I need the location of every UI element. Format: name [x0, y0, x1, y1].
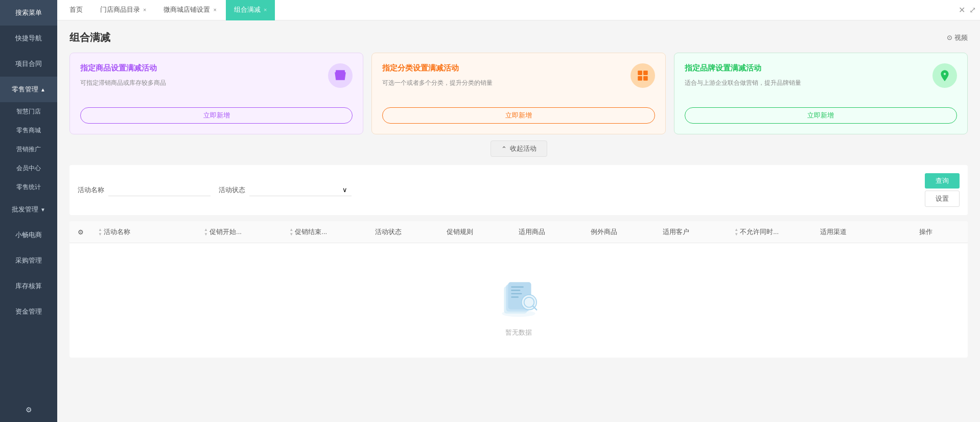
video-link[interactable]: ⊙ 视频 [947, 33, 968, 42]
svg-rect-2 [638, 76, 642, 81]
page-header: 组合满减 ⊙ 视频 [69, 31, 968, 44]
sidebar-item-label: 项目合同 [15, 60, 42, 67]
category-activity-card: 指定分类设置满减活动 可选一个或者多个分类，提升分类的销量 立即新增 [371, 53, 665, 134]
sidebar-item-purchase-mgmt[interactable]: 采购管理 [0, 248, 57, 273]
sidebar-item-label: 资金管理 [15, 308, 42, 315]
table-col-gear[interactable]: ⚙ [78, 228, 94, 236]
activity-status-select[interactable]: ∨ [249, 184, 352, 196]
sidebar-item-search-menu[interactable]: 搜索菜单 [0, 0, 57, 26]
svg-rect-3 [643, 76, 648, 81]
svg-rect-14 [511, 296, 519, 297]
goods-card-desc: 可指定滞销商品或库存较多商品 [80, 78, 353, 88]
collapse-icon: ⌃ [501, 145, 507, 153]
tab-combo-discount[interactable]: 组合满减 × [226, 0, 275, 20]
activity-name-label: 活动名称 [78, 185, 104, 195]
sidebar-item-label: 营销推广 [16, 146, 41, 153]
tab-label: 门店商品目录 [100, 5, 140, 14]
maximize-icon[interactable]: ⤢ [969, 5, 976, 15]
sidebar-item-retail-mall[interactable]: 零售商城 [0, 121, 57, 140]
sidebar-item-project-contract[interactable]: 项目合同 [0, 51, 57, 77]
sidebar-item-label: 批发管理 [12, 205, 38, 214]
goods-card-icon [328, 63, 353, 88]
sidebar-item-member-center[interactable]: 会员中心 [0, 159, 57, 178]
table-col-customer: 适用客户 [663, 227, 731, 237]
table-col-action: 操作 [892, 227, 960, 237]
chevron-down-icon: ∨ [342, 186, 347, 194]
table-col-status: 活动状态 [375, 227, 443, 237]
sidebar-settings-icon[interactable]: ⚙ [0, 397, 57, 422]
sidebar-item-marketing[interactable]: 营销推广 [0, 140, 57, 159]
tab-home[interactable]: 首页 [61, 0, 91, 20]
sidebar-item-label: 采购管理 [15, 256, 42, 264]
sidebar-item-label: 智慧门店 [16, 108, 41, 115]
sidebar-item-ecommerce[interactable]: 小畅电商 [0, 222, 57, 248]
search-bar: 活动名称 活动状态 ∨ 查询 设置 [69, 165, 968, 215]
sidebar-item-inventory[interactable]: 库存核算 [0, 273, 57, 299]
tab-wechat-store-settings[interactable]: 微商城店铺设置 × [155, 0, 224, 20]
sidebar-item-retail-stats[interactable]: 零售统计 [0, 178, 57, 197]
category-card-title: 指定分类设置满减活动 [382, 63, 655, 73]
gear-icon: ⚙ [78, 228, 84, 236]
sort-icons[interactable]: ▲▼ [204, 227, 208, 237]
collapse-btn[interactable]: ⌃ 收起活动 [491, 140, 547, 157]
table-col-no-dup: ▲▼ 不允许同时... [734, 227, 815, 237]
window-controls: ✕ ⤢ [959, 5, 976, 15]
goods-activity-card: 指定商品设置满减活动 可指定滞销商品或库存较多商品 立即新增 [69, 53, 363, 134]
sidebar-item-retail-mgmt[interactable]: 零售管理 ▲ [0, 77, 57, 102]
sidebar: 搜索菜单 快捷导航 项目合同 零售管理 ▲ 智慧门店 零售商城 营销推广 会员中… [0, 0, 57, 422]
category-card-icon [631, 63, 655, 88]
sidebar-item-label: 零售管理 [12, 85, 38, 94]
collapse-bar: ⌃ 收起活动 [69, 140, 968, 157]
sidebar-item-label: 零售统计 [16, 183, 41, 191]
chevron-down-icon: ▼ [40, 207, 45, 213]
goods-card-btn[interactable]: 立即新增 [80, 107, 353, 124]
table-col-promo-start: ▲▼ 促销开始... [204, 227, 285, 237]
sidebar-item-finance-mgmt[interactable]: 资金管理 [0, 299, 57, 324]
brand-activity-card: 指定品牌设置满减活动 适合与上游企业联合做营销，提升品牌销量 立即新增 [674, 53, 968, 134]
chevron-up-icon: ▲ [40, 87, 45, 92]
main-area: 首页 门店商品目录 × 微商城店铺设置 × 组合满减 × ✕ ⤢ 组合满减 ⊙ … [57, 0, 980, 422]
brand-card-icon [932, 63, 957, 88]
brand-card-title: 指定品牌设置满减活动 [685, 63, 957, 73]
tab-label: 组合满减 [234, 5, 261, 14]
table-col-goods: 适用商品 [519, 227, 587, 237]
empty-text: 暂无数据 [505, 328, 532, 337]
svg-rect-13 [511, 293, 522, 294]
brand-card-desc: 适合与上游企业联合做营销，提升品牌销量 [685, 78, 957, 88]
close-icon[interactable]: ✕ [959, 5, 965, 15]
sort-icons[interactable]: ▲▼ [98, 227, 102, 237]
sidebar-item-wholesale-mgmt[interactable]: 批发管理 ▼ [0, 197, 57, 222]
tab-label: 微商城店铺设置 [164, 5, 210, 14]
activity-status-label: 活动状态 [219, 185, 245, 195]
activity-name-input[interactable] [108, 184, 211, 196]
gear-icon: ⚙ [26, 406, 32, 414]
sidebar-item-label: 库存核算 [15, 282, 42, 290]
sort-icons[interactable]: ▲▼ [734, 227, 738, 237]
activity-cards: 指定商品设置满减活动 可指定滞销商品或库存较多商品 立即新增 指定分类设置满减活… [69, 53, 968, 134]
search-buttons: 查询 设置 [925, 173, 960, 207]
settings-button[interactable]: 设置 [925, 191, 960, 207]
category-card-btn[interactable]: 立即新增 [382, 107, 655, 124]
sidebar-item-label: 会员中心 [16, 165, 41, 172]
play-icon: ⊙ [947, 34, 952, 41]
activity-status-field: 活动状态 ∨ [219, 184, 352, 196]
category-card-desc: 可选一个或者多个分类，提升分类的销量 [382, 78, 655, 88]
svg-rect-12 [511, 290, 520, 291]
sidebar-item-label: 小畅电商 [15, 231, 42, 239]
brand-card-btn[interactable]: 立即新增 [685, 107, 957, 124]
goods-card-title: 指定商品设置满减活动 [80, 63, 353, 73]
sort-icons[interactable]: ▲▼ [289, 227, 293, 237]
content-area: 组合满减 ⊙ 视频 指定商品设置满减活动 可指定滞销商品或库存较多商品 [57, 20, 980, 422]
table-col-name: ▲▼ 活动名称 [98, 227, 200, 237]
sidebar-item-smart-store[interactable]: 智慧门店 [0, 102, 57, 121]
query-button[interactable]: 查询 [925, 173, 960, 189]
tab-store-catalog[interactable]: 门店商品目录 × [92, 0, 154, 20]
svg-rect-11 [511, 287, 524, 288]
video-label: 视频 [954, 33, 968, 42]
table-col-rule: 促销规则 [447, 227, 515, 237]
sidebar-item-quick-nav[interactable]: 快捷导航 [0, 26, 57, 51]
table-header: ⚙ ▲▼ 活动名称 ▲▼ 促销开始... ▲▼ 促销结束... 活动状态 [69, 221, 968, 243]
tab-close-icon[interactable]: × [264, 7, 267, 13]
tab-close-icon[interactable]: × [213, 7, 216, 13]
tab-close-icon[interactable]: × [143, 7, 146, 13]
